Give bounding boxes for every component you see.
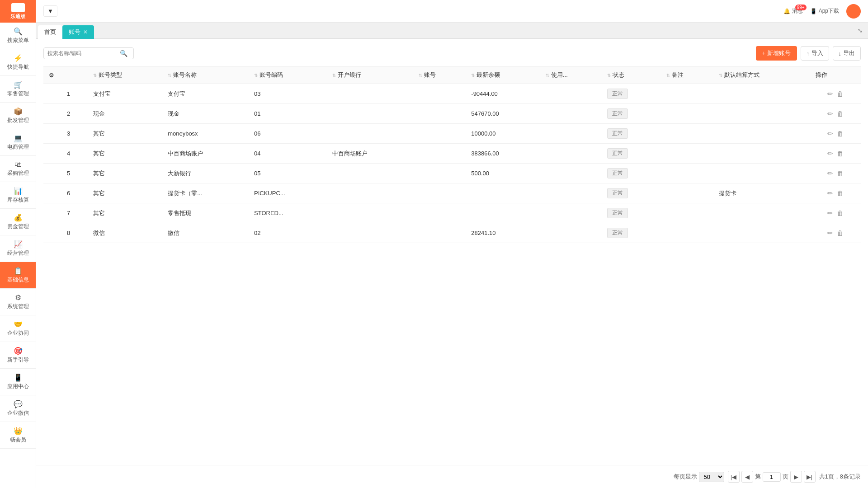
table-row: 2 现金 现金 01 547670.00 正常 ✏ 🗑 — [43, 104, 861, 124]
sidebar-icon-shortcuts: ⚡ — [14, 54, 23, 62]
row-code: 01 — [249, 104, 327, 124]
sidebar-item-shortcuts[interactable]: ⚡快捷导航 — [0, 49, 36, 76]
code-column-header[interactable]: ⇅账号编码 — [249, 66, 327, 84]
row-checkbox[interactable] — [43, 124, 61, 144]
row-code: PICKUPC... — [249, 183, 327, 203]
actions-column-header: 操作 — [810, 66, 861, 84]
app-download-button[interactable]: 📱 App下载 — [810, 7, 839, 15]
row-index: 8 — [61, 223, 88, 243]
sidebar-label-basic: 基础信息 — [7, 276, 29, 284]
sidebar-icon-system: ⚙ — [15, 293, 21, 302]
sidebar-item-agreement[interactable]: 🤝企业协同 — [0, 315, 36, 342]
export-button[interactable]: ↓ 导出 — [833, 46, 861, 61]
top-header: ▼ 🔔 消息 99+ 📱 App下载 — [36, 0, 868, 23]
delete-icon[interactable]: 🗑 — [837, 229, 844, 237]
row-name: 大新银行 — [162, 164, 249, 183]
row-balance: -90444.00 — [466, 84, 540, 104]
sidebar-item-purchase[interactable]: 🛍采购管理 — [0, 156, 36, 182]
default-payment-column-header[interactable]: ⇅默认结算方式 — [713, 66, 810, 84]
delete-icon[interactable]: 🗑 — [837, 150, 844, 158]
sidebar-item-guide[interactable]: 🎯新手引导 — [0, 342, 36, 369]
row-checkbox[interactable] — [43, 223, 61, 243]
edit-icon[interactable]: ✏ — [827, 110, 833, 118]
breadcrumb-dropdown[interactable]: ▼ — [43, 5, 57, 17]
row-balance: 28241.10 — [466, 223, 540, 243]
delete-icon[interactable]: 🗑 — [837, 169, 844, 178]
row-name: 提货卡（零... — [162, 183, 249, 203]
name-column-header[interactable]: ⇅账号名称 — [162, 66, 249, 84]
row-default-payment — [713, 124, 810, 144]
tab-account[interactable]: 账号 ✕ — [62, 25, 94, 39]
user-avatar[interactable] — [846, 4, 861, 19]
sidebar-item-app-center[interactable]: 📱应用中心 — [0, 369, 36, 395]
sidebar-item-wholesale[interactable]: 📦批发管理 — [0, 103, 36, 129]
edit-icon[interactable]: ✏ — [827, 189, 833, 197]
tab-home[interactable]: 首页 — [38, 25, 62, 39]
row-checkbox[interactable] — [43, 104, 61, 124]
edit-icon[interactable]: ✏ — [827, 150, 833, 158]
status-badge: 正常 — [607, 188, 628, 198]
page-number-input[interactable] — [763, 472, 781, 482]
sidebar-item-operations[interactable]: 📈经营管理 — [0, 235, 36, 262]
edit-icon[interactable]: ✏ — [827, 90, 833, 98]
row-name: 微信 — [162, 223, 249, 243]
status-badge: 正常 — [607, 108, 628, 119]
type-column-header[interactable]: ⇅账号类型 — [88, 66, 162, 84]
sidebar-icon-member: 👑 — [14, 427, 23, 435]
delete-icon[interactable]: 🗑 — [837, 209, 844, 217]
status-column-header[interactable]: ⇅状态 — [602, 66, 661, 84]
sidebar-item-search[interactable]: 🔍搜索菜单 — [0, 23, 36, 49]
sidebar-icon-purchase: 🛍 — [14, 160, 22, 169]
add-account-button[interactable]: + 新增账号 — [756, 46, 797, 61]
app-download-label: App下载 — [819, 7, 839, 15]
row-usage — [540, 203, 602, 223]
tab-expand-icon[interactable]: ⤡ — [854, 25, 866, 36]
balance-column-header[interactable]: ⇅最新余额 — [466, 66, 540, 84]
sidebar-item-enterprise-wechat[interactable]: 💬企业微信 — [0, 395, 36, 422]
row-bank — [327, 223, 413, 243]
bank-column-header[interactable]: ⇅开户银行 — [327, 66, 413, 84]
next-page-button[interactable]: ▶ — [790, 471, 802, 483]
sidebar-label-inventory: 库存核算 — [7, 196, 29, 204]
first-page-button[interactable]: |◀ — [728, 471, 740, 483]
edit-icon[interactable]: ✏ — [827, 209, 833, 217]
sidebar-item-retail[interactable]: 🛒零售管理 — [0, 76, 36, 103]
edit-icon[interactable]: ✏ — [827, 169, 833, 178]
row-index: 1 — [61, 84, 88, 104]
notification-button[interactable]: 🔔 消息 99+ — [783, 7, 803, 15]
row-actions: ✏ 🗑 — [810, 144, 861, 164]
row-checkbox[interactable] — [43, 144, 61, 164]
row-account — [413, 164, 466, 183]
sidebar-item-system[interactable]: ⚙系统管理 — [0, 289, 36, 315]
delete-icon[interactable]: 🗑 — [837, 90, 844, 98]
sidebar-item-basic[interactable]: 📋基础信息 — [0, 262, 36, 289]
search-input[interactable] — [47, 50, 120, 56]
row-checkbox[interactable] — [43, 84, 61, 104]
prev-page-button[interactable]: ◀ — [741, 471, 753, 483]
sidebar-item-finance[interactable]: 💰资金管理 — [0, 209, 36, 235]
per-page-select[interactable]: 50 100 200 — [699, 472, 724, 482]
usage-column-header[interactable]: ⇅使用... — [540, 66, 602, 84]
row-checkbox[interactable] — [43, 164, 61, 183]
sidebar-item-inventory[interactable]: 📊库存核算 — [0, 182, 36, 209]
remark-column-header[interactable]: ⇅备注 — [661, 66, 713, 84]
delete-icon[interactable]: 🗑 — [837, 110, 844, 118]
import-button[interactable]: ↑ 导入 — [801, 46, 829, 61]
last-page-button[interactable]: ▶| — [804, 471, 816, 483]
sidebar-item-member[interactable]: 👑畅会员 — [0, 422, 36, 449]
account-column-header[interactable]: ⇅账号 — [413, 66, 466, 84]
main-area: ▼ 🔔 消息 99+ 📱 App下载 首页 账号 ✕ ⤡ — [36, 0, 868, 488]
sidebar-item-ecommerce[interactable]: 💻电商管理 — [0, 129, 36, 156]
delete-icon[interactable]: 🗑 — [837, 189, 844, 197]
tab-close-icon[interactable]: ✕ — [83, 29, 88, 35]
delete-icon[interactable]: 🗑 — [837, 130, 844, 138]
settings-column-header[interactable]: ⚙ — [43, 66, 61, 84]
edit-icon[interactable]: ✏ — [827, 229, 833, 237]
toolbar: 🔍 + 新增账号 ↑ 导入 ↓ 导出 — [43, 46, 861, 61]
search-box[interactable]: 🔍 — [43, 47, 134, 59]
row-checkbox[interactable] — [43, 183, 61, 203]
edit-icon[interactable]: ✏ — [827, 130, 833, 138]
row-checkbox[interactable] — [43, 203, 61, 223]
sidebar-icon-enterprise-wechat: 💬 — [14, 400, 23, 408]
row-default-payment — [713, 164, 810, 183]
